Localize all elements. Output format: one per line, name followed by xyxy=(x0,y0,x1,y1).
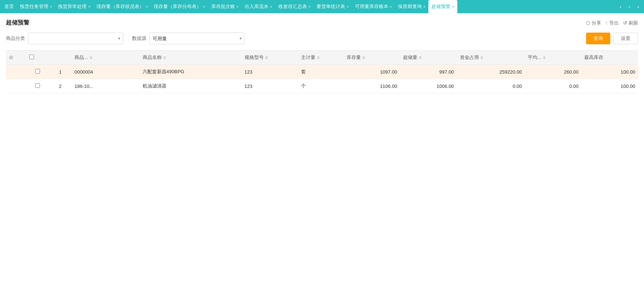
nav-order-stats-close[interactable]: × xyxy=(347,4,349,9)
row-name: 机油滤清器 xyxy=(140,79,242,93)
row-setting-cell xyxy=(6,65,26,79)
col-avg-sort-icon xyxy=(543,56,546,59)
nav-available-close[interactable]: × xyxy=(390,4,392,9)
category-select[interactable] xyxy=(28,33,123,44)
row-name: 六配套新昌490BPG xyxy=(140,65,242,79)
nav-exception[interactable]: 拣货异常处理 × xyxy=(55,0,93,13)
col-header-capital[interactable]: 资金占用 xyxy=(457,51,525,65)
row-capital: 259220.00 xyxy=(457,65,525,79)
col-stock-label: 库存量 xyxy=(347,54,361,61)
col-unit-label: 主计量 xyxy=(301,54,315,61)
export-button[interactable]: ↑ 导出 xyxy=(605,20,619,26)
data-table: ⚙ 商品... 商品名称 xyxy=(6,50,638,93)
col-header-over[interactable]: 超储量 xyxy=(400,51,457,65)
share-label: 分享 xyxy=(592,20,601,26)
row-num: 1 xyxy=(49,65,72,79)
col-spec-label: 规格型号 xyxy=(245,54,264,61)
nav-home-label: 首页 xyxy=(4,3,14,10)
row-checkbox[interactable] xyxy=(35,83,40,88)
row-maxstock: 100.00 xyxy=(581,65,638,79)
row-maxstock: 100.00 xyxy=(581,79,638,93)
col-header-unit[interactable]: 主计量 xyxy=(298,51,344,65)
row-over: 1006.00 xyxy=(400,79,457,93)
datasource-filter-group: 数据源 可用量 ▾ xyxy=(132,33,245,44)
nav-exception-close[interactable]: × xyxy=(88,4,90,9)
nav-task-mgmt-label: 拣货任务管理 xyxy=(20,3,48,10)
row-unit: 个 xyxy=(298,79,344,93)
nav-next-arrow[interactable]: › xyxy=(625,0,634,13)
nav-available[interactable]: 可用量库存账本 × xyxy=(352,0,395,13)
nav-available-label: 可用量库存账本 xyxy=(355,3,388,10)
col-avg-label: 平均... xyxy=(528,54,541,61)
settings-button[interactable]: 设置 xyxy=(613,33,638,44)
refresh-label: 刷新 xyxy=(629,20,638,26)
row-avg: 260.00 xyxy=(525,65,581,79)
nav-summary-close[interactable]: × xyxy=(308,4,311,9)
nav-quality[interactable]: 保质期查询 × xyxy=(395,0,428,13)
category-filter-label: 商品分类 xyxy=(6,35,25,42)
nav-exception-label: 拣货异常处理 xyxy=(58,3,87,10)
col-over-label: 超储量 xyxy=(403,54,417,61)
nav-stock-status[interactable]: 现存量（库存状况表） × xyxy=(94,0,151,13)
nav-inout-close[interactable]: × xyxy=(270,4,272,9)
nav-stock-status-label: 现存量（库存状况表） xyxy=(96,3,144,10)
page-header: 超储预警 ⬡ 分享 ↑ 导出 ↺ 刷新 xyxy=(6,19,638,27)
nav-stock-status-close[interactable]: × xyxy=(146,4,148,9)
row-checkbox[interactable] xyxy=(35,69,40,74)
nav-overstock-close[interactable]: × xyxy=(452,4,454,9)
row-capital: 0.00 xyxy=(457,79,525,93)
share-button[interactable]: ⬡ 分享 xyxy=(586,20,601,26)
col-unit-sort-icon xyxy=(317,56,320,59)
table-row: 2 186-10... 机油滤清器 123 个 1106.00 1006.00 … xyxy=(6,79,638,93)
nav-order-stats[interactable]: 要货单统计表 × xyxy=(314,0,352,13)
nav-batch[interactable]: 库存批次账 × xyxy=(208,0,242,13)
col-header-num xyxy=(49,51,72,65)
nav-stock-dist-label: 现存量（库存分布表） xyxy=(154,3,201,10)
col-stock-sort-icon xyxy=(362,56,365,59)
row-setting-cell xyxy=(6,79,26,93)
nav-stock-dist[interactable]: 现存量（库存分布表） × xyxy=(151,0,208,13)
header-actions: ⬡ 分享 ↑ 导出 ↺ 刷新 xyxy=(586,20,638,26)
col-header-stock[interactable]: 库存量 xyxy=(344,51,400,65)
filter-actions: 查询 设置 xyxy=(586,33,638,44)
row-unit: 套 xyxy=(298,65,344,79)
select-all-checkbox[interactable] xyxy=(29,55,34,59)
export-icon: ↑ xyxy=(605,20,608,26)
nav-stock-dist-close[interactable]: × xyxy=(203,4,205,9)
col-name-label: 商品名称 xyxy=(143,54,162,61)
row-spec: 123 xyxy=(242,65,298,79)
nav-inout-label: 出入库流水 xyxy=(245,3,268,10)
datasource-select[interactable]: 可用量 xyxy=(149,33,245,44)
table-row: 1 0000004 六配套新昌490BPG 123 套 1097.00 997.… xyxy=(6,65,638,79)
nav-prev-arrow[interactable]: ‹ xyxy=(616,0,625,13)
nav-summary-label: 收发存汇总表 xyxy=(278,3,307,10)
datasource-select-wrapper: 可用量 ▾ xyxy=(149,33,245,44)
row-stock: 1106.00 xyxy=(344,79,400,93)
nav-task-mgmt[interactable]: 拣货任务管理 × xyxy=(17,0,55,13)
nav-overstock[interactable]: 超储预警 × xyxy=(428,0,457,13)
settings-gear-icon[interactable]: ⚙ xyxy=(9,55,14,60)
nav-summary[interactable]: 收发存汇总表 × xyxy=(275,0,314,13)
nav-inout[interactable]: 出入库流水 × xyxy=(242,0,275,13)
nav-more-arrow[interactable]: › xyxy=(634,0,643,13)
nav-home[interactable]: 首页 xyxy=(1,0,17,13)
col-header-spec[interactable]: 规格型号 xyxy=(242,51,298,65)
nav-task-mgmt-close[interactable]: × xyxy=(50,4,52,9)
query-button[interactable]: 查询 xyxy=(586,33,610,44)
col-over-sort-icon xyxy=(419,56,422,59)
col-name-sort-icon xyxy=(163,56,166,59)
col-capital-sort-icon xyxy=(480,56,483,59)
row-code: 186-10... xyxy=(72,79,139,93)
nav-overstock-label: 超储预警 xyxy=(431,3,450,10)
col-header-maxstock[interactable]: 最高库存 xyxy=(581,51,638,65)
category-filter-group: 商品分类 ▾ xyxy=(6,33,123,44)
col-header-name[interactable]: 商品名称 xyxy=(140,51,242,65)
col-header-code[interactable]: 商品... xyxy=(72,51,139,65)
filter-row: 商品分类 ▾ 数据源 可用量 ▾ 查询 设置 xyxy=(6,33,638,44)
refresh-icon: ↺ xyxy=(623,20,627,26)
col-header-checkbox xyxy=(26,51,49,65)
nav-quality-close[interactable]: × xyxy=(423,4,425,9)
col-header-avg[interactable]: 平均... xyxy=(525,51,581,65)
refresh-button[interactable]: ↺ 刷新 xyxy=(623,20,638,26)
nav-batch-close[interactable]: × xyxy=(237,4,239,9)
